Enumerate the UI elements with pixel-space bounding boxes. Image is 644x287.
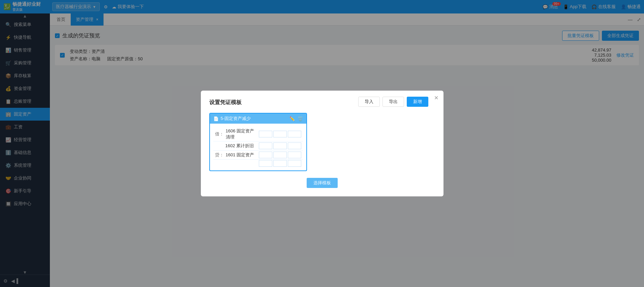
template-name: 5-固定资产减少 bbox=[221, 116, 251, 122]
template-card-body: 借： 1606 固定资产清理 1602 累计折旧 bbox=[210, 124, 306, 170]
col-box-11 bbox=[273, 160, 287, 167]
template-card: 📄 5-固定资产减少 ✏️ 🗑️ 借： 1606 固定资产清理 bbox=[209, 113, 307, 171]
col-box-3 bbox=[288, 131, 301, 137]
template-debit-row-2: 1602 累计折旧 bbox=[213, 141, 303, 151]
debit-cols-2 bbox=[259, 142, 301, 149]
col-box-12 bbox=[288, 160, 301, 167]
credit-account-1: 1601 固定资产 bbox=[226, 152, 257, 158]
modal-toolbar: 导入 导出 新增 bbox=[358, 97, 428, 107]
modal-overlay: 设置凭证模板 导入 导出 新增 ✕ 📄 5-固定资产减少 ✏️ 🗑️ 借： bbox=[0, 0, 644, 287]
col-box-2 bbox=[273, 131, 287, 137]
template-header-icons: ✏️ 🗑️ bbox=[289, 116, 303, 121]
col-box-6 bbox=[288, 142, 301, 149]
template-debit-row-1: 借： 1606 固定资产清理 bbox=[213, 127, 303, 141]
template-credit-row-1: 贷： 1601 固定资产 bbox=[213, 151, 303, 160]
debit-cols-1 bbox=[259, 131, 301, 137]
col-box-9 bbox=[288, 152, 301, 158]
col-box-8 bbox=[273, 152, 287, 158]
col-box-4 bbox=[259, 142, 272, 149]
col-box-5 bbox=[273, 142, 287, 149]
col-box-1 bbox=[259, 131, 272, 137]
credit-label-1: 贷： bbox=[215, 152, 224, 158]
credit-cols-1 bbox=[259, 152, 301, 158]
modal-close-btn[interactable]: ✕ bbox=[434, 95, 438, 101]
template-header-left: 📄 5-固定资产减少 bbox=[213, 116, 251, 122]
export-btn[interactable]: 导出 bbox=[382, 97, 404, 107]
debit-account-1: 1606 固定资产清理 bbox=[226, 128, 257, 140]
debit-label-1: 借： bbox=[215, 131, 224, 137]
template-card-header: 📄 5-固定资产减少 ✏️ 🗑️ bbox=[210, 114, 306, 124]
empty-cols bbox=[259, 160, 301, 167]
template-edit-icon[interactable]: ✏️ bbox=[289, 116, 295, 121]
col-box-7 bbox=[259, 152, 272, 158]
debit-account-2: 1602 累计折旧 bbox=[217, 143, 257, 149]
modal-dialog: 设置凭证模板 导入 导出 新增 ✕ 📄 5-固定资产减少 ✏️ 🗑️ 借： bbox=[201, 91, 443, 196]
template-delete-icon[interactable]: 🗑️ bbox=[298, 116, 303, 121]
new-btn[interactable]: 新增 bbox=[407, 97, 428, 107]
col-box-10 bbox=[259, 160, 272, 167]
template-empty-row bbox=[213, 160, 303, 167]
import-btn[interactable]: 导入 bbox=[358, 97, 380, 107]
select-template-btn[interactable]: 选择模板 bbox=[307, 178, 338, 188]
template-doc-icon: 📄 bbox=[213, 116, 219, 121]
